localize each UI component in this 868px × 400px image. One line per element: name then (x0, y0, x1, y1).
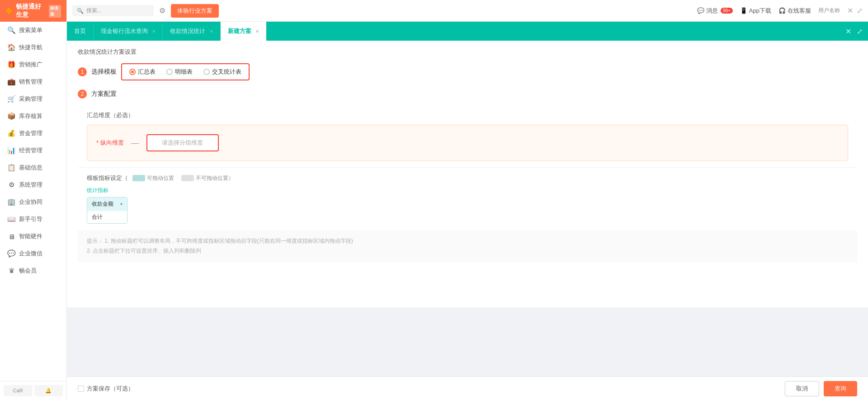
sidebar-item-13[interactable]: 💬企业微信 (0, 245, 66, 262)
sidebar-logo: 🔶 畅捷通好生意 标准版 (0, 0, 66, 22)
sidebar-label-5: 库存核算 (19, 112, 42, 120)
template-option-cross[interactable]: 交叉统计表 (203, 68, 241, 76)
sidebar-icon-10: 🏢 (7, 198, 15, 206)
sidebar-item-11[interactable]: 📖新手引导 (0, 211, 66, 228)
sidebar-item-2[interactable]: 🎁营销推广 (0, 56, 66, 73)
radio-detail[interactable] (166, 69, 173, 75)
sidebar-icon-8: 📋 (7, 164, 15, 172)
step1-number: 1 (78, 67, 87, 76)
sidebar-label-7: 经营管理 (19, 146, 42, 155)
step1-label: 选择模板 (91, 68, 117, 76)
sidebar-icon-11: 📖 (7, 215, 15, 223)
step1-header: 1 选择模板 汇总表 明细表 交叉统计表 (78, 63, 857, 80)
cancel-button[interactable]: 取消 (785, 381, 819, 396)
radio-summary[interactable] (129, 69, 136, 75)
template-option-detail[interactable]: 明细表 (166, 68, 193, 76)
template-detail-label: 明细表 (175, 68, 193, 76)
sidebar-item-0[interactable]: 🔍搜索菜单 (0, 22, 66, 39)
dimension-arrow: — (131, 138, 139, 148)
nav-tab-3[interactable]: 新建方案× (221, 22, 266, 41)
query-button[interactable]: 查询 (824, 381, 857, 396)
download-item[interactable]: 📱 App下载 (740, 7, 771, 15)
notification-icon: 💬 (697, 7, 704, 14)
nav-tab-2[interactable]: 收款情况统计× (163, 22, 220, 41)
sidebar-icon-7: 📊 (7, 146, 15, 155)
sidebar-item-8[interactable]: 📋基础信息 (0, 159, 66, 176)
template-option-summary[interactable]: 汇总表 (129, 68, 156, 76)
metric-card: 收款金额 ▾ 合计 (87, 197, 127, 224)
step2-section: 2 方案配置 汇总维度（必选） * 纵向维度 — 请选择分组维度 (78, 89, 857, 262)
template-options: 汇总表 明细表 交叉统计表 (121, 63, 250, 80)
sidebar-item-12[interactable]: 🖥智能硬件 (0, 228, 66, 245)
sidebar-bottom-btn-bell[interactable]: 🔔 (34, 385, 63, 396)
sidebar-label-3: 销售管理 (19, 78, 42, 86)
tab-close-2[interactable]: × (210, 28, 212, 34)
logo-badge: 标准版 (49, 5, 61, 18)
sidebar-icon-13: 💬 (7, 249, 15, 258)
metric-card-row: 合计 (87, 211, 127, 223)
nav-close-all-icon[interactable]: ✕ (845, 27, 851, 36)
radio-cross[interactable] (203, 69, 210, 75)
metric-grid: 统计指标 收款金额 ▾ 合计 (87, 187, 848, 224)
metric-card-header[interactable]: 收款金额 ▾ (87, 198, 127, 211)
nav-tab-1[interactable]: 现金银行流水查询× (94, 22, 163, 41)
save-label: 方案保存（可选） (87, 385, 134, 393)
metric-category-label: 统计指标 (87, 187, 848, 194)
service-icon: 🎧 (778, 7, 786, 14)
notification-item[interactable]: 💬 消息 99+ (697, 7, 733, 15)
sidebar-item-9[interactable]: ⚙系统管理 (0, 176, 66, 193)
nav-tabs-right: ✕ ⤢ (845, 27, 868, 36)
tab-label-0: 首页 (74, 27, 86, 35)
sidebar-item-7[interactable]: 📊经营管理 (0, 142, 66, 159)
sidebar-item-3[interactable]: 💼销售管理 (0, 73, 66, 90)
sidebar-label-2: 营销推广 (19, 61, 42, 69)
sidebar-label-0: 搜索菜单 (19, 26, 42, 34)
tip-line-2: 2. 点击标题栏下拉可设置排序、插入列和删除列 (87, 246, 848, 256)
step1-section: 1 选择模板 汇总表 明细表 交叉统计表 (78, 63, 857, 80)
sidebar-item-6[interactable]: 💰资金管理 (0, 125, 66, 142)
sidebar-label-13: 企业微信 (19, 249, 42, 258)
tab-label-3: 新建方案 (228, 27, 251, 35)
legend-draggable-box (132, 175, 145, 181)
trial-button[interactable]: 体验行业方案 (171, 4, 219, 18)
chevron-down-icon[interactable]: ▾ (120, 202, 123, 207)
content-inner: 收款情况统计方案设置 1 选择模板 汇总表 明细表 (67, 41, 868, 307)
tab-close-3[interactable]: × (256, 28, 259, 34)
sidebar-item-1[interactable]: 🏠快捷导航 (0, 39, 66, 56)
save-checkbox[interactable] (78, 386, 84, 392)
download-icon: 📱 (740, 7, 747, 14)
search-box[interactable]: 🔍 搜索... (72, 5, 154, 16)
nav-tab-0[interactable]: 首页 (67, 22, 94, 41)
sidebar: 🔶 畅捷通好生意 标准版 🔍搜索菜单🏠快捷导航🎁营销推广💼销售管理🛒采购管理📦库… (0, 0, 67, 400)
sidebar-icon-9: ⚙ (7, 181, 15, 189)
sidebar-label-6: 资金管理 (19, 129, 42, 137)
window-maximize-icon[interactable]: ⤢ (857, 6, 863, 15)
window-close-icon[interactable]: ✕ (847, 6, 853, 15)
nav-expand-icon[interactable]: ⤢ (857, 27, 863, 36)
sidebar-item-5[interactable]: 📦库存核算 (0, 108, 66, 125)
sidebar-icon-14: ♛ (7, 267, 15, 275)
sidebar-item-14[interactable]: ♛畅会员 (0, 262, 66, 279)
service-item[interactable]: 🎧 在线客服 (778, 7, 811, 15)
metric-card-header-text: 收款金额 (92, 200, 113, 208)
sidebar-icon-0: 🔍 (7, 26, 15, 34)
template-cross-label: 交叉统计表 (212, 68, 241, 76)
sidebar-item-10[interactable]: 🏢企业协同 (0, 193, 66, 211)
user-name: 用户名称 (818, 7, 840, 14)
save-checkbox-area[interactable]: 方案保存（可选） (78, 385, 134, 393)
metric-title-text: 模板指标设定（ (87, 174, 128, 182)
tab-label-2: 收款情况统计 (170, 27, 205, 35)
page-title: 收款情况统计方案设置 (78, 48, 857, 56)
dimension-select-box[interactable]: 请选择分组维度 (146, 134, 219, 151)
gear-icon[interactable]: ⚙ (159, 6, 165, 15)
sidebar-bottom-btn-car[interactable]: CaR (4, 385, 33, 396)
sidebar-item-4[interactable]: 🛒采购管理 (0, 90, 66, 108)
notification-label: 消息 (706, 7, 718, 15)
tip-line-1: 提示： 1. 拖动标题栏可以调整布局，不可跨维度或指标区域拖动目字段(只能在同一… (87, 236, 848, 246)
dimension-subsection: 汇总维度（必选） * 纵向维度 — 请选择分组维度 (78, 105, 857, 168)
dimension-row: * 纵向维度 — 请选择分组维度 (96, 134, 219, 151)
logo-text: 畅捷通好生意 (16, 3, 46, 19)
nav-tabs: 首页现金银行流水查询×收款情况统计×新建方案× ✕ ⤢ (67, 22, 868, 41)
search-placeholder-text: 搜索... (86, 7, 102, 14)
tab-close-1[interactable]: × (152, 28, 155, 34)
